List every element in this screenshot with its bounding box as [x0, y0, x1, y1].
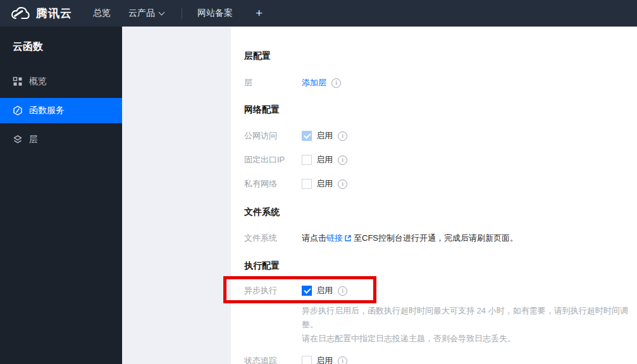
function-icon	[13, 106, 23, 116]
info-icon[interactable]	[338, 286, 347, 296]
section-heading-execution-config: 执行配置	[244, 259, 637, 272]
nav-item-cloud-products[interactable]: 云产品	[128, 8, 164, 19]
sidebar-item-function-service[interactable]: 函数服务	[0, 98, 122, 123]
sidebar-item-label: 层	[29, 134, 38, 145]
sidebar: 云函数 概览 函数服务 层	[0, 27, 122, 364]
form-row-fixed-egress-ip: 固定出口IP 启用	[244, 153, 637, 167]
form-row-file-system: 文件系统 请点击 链接 至CFS控制台进行开通，完成后请刷新页面。	[244, 231, 637, 245]
filesystem-hint-suffix: 至CFS控制台进行开通，完成后请刷新页面。	[354, 233, 518, 244]
info-icon[interactable]	[338, 356, 347, 364]
enable-label: 启用	[316, 130, 333, 142]
chevron-down-icon	[159, 9, 165, 15]
cloud-logo-icon	[9, 5, 31, 21]
external-link-icon	[344, 234, 352, 242]
sidebar-title: 云函数	[0, 27, 122, 65]
enable-label: 启用	[316, 355, 333, 364]
form-row-layer: 层 添加层	[244, 76, 637, 90]
enable-label: 启用	[316, 178, 333, 190]
sidebar-item-label: 概览	[29, 76, 47, 87]
sidebar-item-overview[interactable]: 概览	[0, 69, 122, 94]
public-access-checkbox	[302, 131, 312, 141]
field-label: 公网访问	[244, 130, 302, 142]
cfs-console-link[interactable]: 链接	[326, 233, 343, 244]
sidebar-item-layers[interactable]: 层	[0, 127, 122, 152]
form-row-async-execution: 异步执行 启用	[244, 284, 637, 298]
field-label: 层	[244, 77, 302, 88]
add-nav-tab-button[interactable]: +	[256, 6, 263, 20]
tencent-cloud-console: 腾讯云 总览 云产品 网站备案 + 云函数	[0, 0, 637, 364]
section-heading-network-config: 网络配置	[244, 103, 637, 116]
field-label: 文件系统	[244, 233, 302, 244]
nav-item-website-registration[interactable]: 网站备案	[197, 8, 233, 19]
topnav: 总览 云产品 网站备案 +	[93, 6, 263, 20]
sidebar-item-label: 函数服务	[29, 105, 65, 116]
field-label: 固定出口IP	[244, 154, 302, 166]
async-execution-description: 异步执行启用后，函数执行超时时间最大可支持 24 小时，如有需要，请到执行超时时…	[302, 304, 637, 346]
info-icon[interactable]	[331, 78, 341, 88]
nav-item-overview[interactable]: 总览	[93, 8, 111, 19]
grid-icon	[13, 76, 23, 87]
form-row-status-tracking: 状态追踪 启用	[244, 354, 637, 364]
form-row-public-network-access: 公网访问 启用	[244, 129, 637, 143]
filesystem-hint-prefix: 请点击	[302, 233, 326, 244]
section-heading-file-system: 文件系统	[244, 205, 637, 218]
nav-divider	[182, 8, 182, 19]
info-icon[interactable]	[338, 131, 347, 141]
field-label: 私有网络	[244, 178, 302, 190]
section-heading-layer-config: 层配置	[244, 49, 637, 62]
enable-label: 启用	[316, 285, 333, 296]
private-network-checkbox[interactable]	[302, 179, 312, 189]
async-execution-checkbox[interactable]	[302, 286, 312, 296]
info-icon[interactable]	[338, 179, 347, 189]
layers-icon	[13, 135, 23, 145]
status-tracking-checkbox[interactable]	[302, 356, 312, 364]
field-label: 异步执行	[244, 285, 302, 296]
tencent-cloud-logo[interactable]: 腾讯云	[0, 5, 72, 21]
brand-name: 腾讯云	[36, 6, 72, 21]
enable-label: 启用	[316, 154, 333, 166]
description-line: 请在日志配置中指定日志投递主题，否则会导致日志丢失。	[302, 332, 637, 346]
secondary-panel-background	[122, 27, 231, 364]
function-settings-panel: 层配置 层 添加层 网络配置 公网访问 启用 固定出口IP 启用	[231, 27, 637, 364]
topbar: 腾讯云 总览 云产品 网站备案 +	[0, 0, 637, 27]
info-icon[interactable]	[338, 155, 347, 165]
field-label: 状态追踪	[244, 355, 302, 364]
fixed-egress-ip-checkbox[interactable]	[302, 155, 312, 165]
form-row-private-network: 私有网络 启用	[244, 177, 637, 191]
description-line: 异步执行启用后，函数执行超时时间最大可支持 24 小时，如有需要，请到执行超时时…	[302, 304, 637, 332]
add-layer-link[interactable]: 添加层	[302, 77, 326, 88]
